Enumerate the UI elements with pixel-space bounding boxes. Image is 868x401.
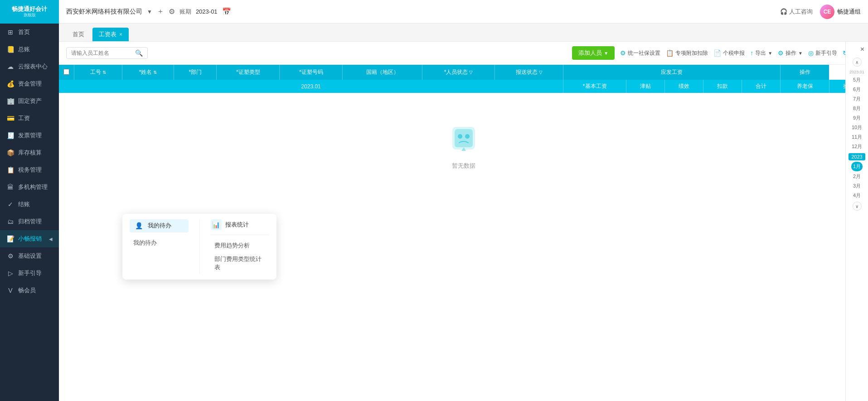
todo-icon: 👤 (133, 220, 144, 231)
calendar-icon[interactable]: 📅 (222, 7, 231, 16)
search-input[interactable] (71, 50, 132, 56)
user-name: 畅捷通组 (837, 8, 861, 16)
sidebar-item-fund[interactable]: 💰 资金管理 (0, 75, 59, 92)
sidebar-item-expense[interactable]: 📝 小畅报销 ◀ (0, 230, 59, 247)
guide-button[interactable]: ◎ 新手引导 (808, 49, 837, 57)
sidebar-item-cloud-report[interactable]: ☁ 云报表中心 (0, 58, 59, 75)
filter-icon-report[interactable]: ▽ (539, 70, 543, 75)
empty-state: 暂无数据 (59, 93, 868, 197)
customer-service-label: 人工咨询 (789, 8, 813, 16)
search-wrapper[interactable]: 🔍 (66, 47, 148, 59)
guide-toolbar-icon: ◎ (808, 49, 814, 57)
sidebar-item-basic-settings[interactable]: ⚙ 基础设置 (0, 247, 59, 265)
svg-rect-1 (455, 129, 473, 147)
customer-service-button[interactable]: 🎧 人工咨询 (780, 8, 813, 16)
sidebar-item-inventory[interactable]: 📦 库存核算 (0, 144, 59, 161)
th-pension: 养老保 (781, 80, 829, 93)
timeline-month-7[interactable]: 7月 (846, 94, 868, 104)
filter-icon-personnel[interactable]: ▽ (469, 70, 473, 75)
timeline-month-11[interactable]: 11月 (846, 132, 868, 142)
tab-home[interactable]: 首页 (66, 28, 91, 41)
user-info[interactable]: CE 畅捷通组 (820, 5, 861, 19)
main-area: 西安虾米网络科技有限公司 ▼ ＋ ⚙ 账期 2023-01 📅 🎧 人工咨询 C… (59, 0, 868, 401)
headset-icon: 🎧 (780, 8, 787, 15)
company-dropdown-icon[interactable]: ▼ (147, 9, 152, 15)
popup-item-dept-expense[interactable]: 部门费用类型统计表 (211, 252, 270, 274)
checkout-icon: ✓ (6, 200, 15, 208)
sidebar-item-tax[interactable]: 📋 税务管理 (0, 161, 59, 179)
timeline-month-3[interactable]: 3月 (846, 181, 868, 191)
settings-button[interactable]: ⚙ (169, 7, 175, 16)
add-company-button[interactable]: ＋ (157, 7, 164, 16)
sidebar-item-multi-org[interactable]: 🏛 多机构管理 (0, 179, 59, 196)
company-name[interactable]: 西安虾米网络科技有限公司 (66, 8, 142, 16)
timeline-month-1-active[interactable]: 1月 (851, 162, 863, 171)
sort-icon-name[interactable]: ⇅ (153, 70, 157, 75)
guide-label: 新手引导 (815, 49, 837, 57)
social-security-button[interactable]: ⚙ 统一社保设置 (620, 49, 660, 57)
timeline-month-5[interactable]: 5月 (846, 75, 868, 85)
guide-icon: ▷ (6, 269, 15, 277)
popup-item-expense-trend[interactable]: 费用趋势分析 (211, 239, 270, 252)
popup-col-left: 👤 我的待办 我的待办 (130, 219, 189, 274)
popup-right-header: 📊 报表统计 (211, 219, 270, 235)
th-action: 操作 (781, 65, 829, 80)
export-button[interactable]: ↑ 导出 ▼ (750, 49, 772, 57)
sort-icon-emp-no[interactable]: ⇅ (102, 70, 106, 75)
operations-label: 操作 (786, 49, 796, 57)
select-all-checkbox[interactable] (63, 69, 69, 75)
sidebar-item-guide[interactable]: ▷ 新手引导 (0, 265, 59, 282)
timeline-prev-button[interactable]: ∧ (853, 58, 862, 67)
add-person-label: 添加人员 (578, 49, 602, 57)
logo-title: 畅捷通好会计 (12, 5, 47, 13)
sidebar-item-archive[interactable]: 🗂 归档管理 (0, 213, 59, 230)
svg-point-3 (465, 134, 470, 139)
sidebar-item-home[interactable]: ⊞ 首页 (0, 24, 59, 41)
sidebar-item-fixed-assets[interactable]: 🏢 固定资产 (0, 92, 59, 110)
sidebar-item-member[interactable]: V 畅会员 (0, 282, 59, 299)
operations-dropdown-icon: ▼ (798, 51, 803, 56)
popup-item-my-todo[interactable]: 我的待办 (130, 236, 189, 250)
period-value[interactable]: 2023-01 (196, 8, 218, 15)
sidebar-item-checkout[interactable]: ✓ 结账 (0, 196, 59, 213)
timeline-month-2[interactable]: 2月 (846, 172, 868, 181)
timeline-month-10[interactable]: 10月 (846, 123, 868, 132)
timeline-month-12[interactable]: 12月 (846, 142, 868, 151)
multi-org-icon: 🏛 (6, 183, 15, 191)
timeline-close-button[interactable]: × (860, 45, 864, 53)
empty-text: 暂无数据 (452, 162, 475, 170)
timeline-month-8[interactable]: 8月 (846, 104, 868, 113)
th-personnel-status: *人员状态 ▽ (422, 65, 495, 80)
add-dropdown-icon: ▼ (604, 51, 608, 56)
home-icon: ⊞ (6, 28, 15, 36)
tax-report-button[interactable]: 📄 个税申报 (713, 49, 745, 57)
operations-icon: ⚙ (778, 49, 784, 57)
tab-salary[interactable]: 工资表 × (92, 28, 129, 41)
special-deduction-button[interactable]: 📋 专项附加扣除 (666, 49, 708, 57)
topbar: 西安虾米网络科技有限公司 ▼ ＋ ⚙ 账期 2023-01 📅 🎧 人工咨询 C… (59, 0, 868, 24)
tab-close-icon[interactable]: × (119, 31, 122, 38)
sidebar-label-expense: 小畅报销 (18, 235, 42, 243)
timeline-month-4[interactable]: 4月 (846, 191, 868, 200)
ledger-icon: 📒 (6, 45, 15, 53)
timeline-month-9[interactable]: 9月 (846, 113, 868, 123)
empty-icon (446, 120, 482, 156)
operations-button[interactable]: ⚙ 操作 ▼ (778, 49, 803, 57)
tax-report-icon: 📄 (713, 49, 721, 57)
sidebar-label-fixed-assets: 固定资产 (18, 97, 42, 105)
period-label: 账期 (179, 8, 191, 16)
th-total: 合计 (742, 80, 781, 93)
popup-col-right: 📊 报表统计 费用趋势分析 部门费用类型统计表 (211, 219, 270, 274)
tax-icon: 📋 (6, 166, 15, 174)
th-checkbox[interactable] (59, 65, 74, 80)
timeline-month-6[interactable]: 6月 (846, 85, 868, 94)
sidebar-item-invoice[interactable]: 🧾 发票管理 (0, 127, 59, 144)
logo-sub: 旗舰版 (24, 12, 36, 18)
sidebar-item-ledger[interactable]: 📒 总账 (0, 41, 59, 58)
add-person-button[interactable]: 添加人员 ▼ (572, 46, 615, 60)
timeline-year-prev: 2023.01 (849, 70, 864, 74)
archive-icon: 🗂 (6, 217, 15, 226)
sidebar-label-checkout: 结账 (18, 200, 30, 208)
sidebar-item-salary[interactable]: 💳 工资 (0, 110, 59, 127)
timeline-next-button[interactable]: ∨ (853, 202, 862, 211)
